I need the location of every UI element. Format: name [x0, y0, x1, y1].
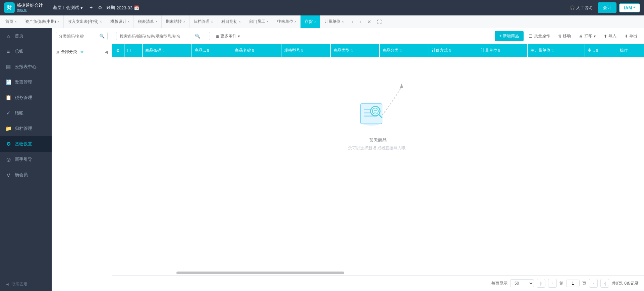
period-info: 账期 2023-03 📅 — [106, 5, 139, 11]
th-category[interactable]: 商品分类⇅ — [380, 44, 429, 57]
collapse-icon[interactable]: ◀ — [105, 50, 108, 54]
tab-item-1[interactable]: 资产负债表(中期)× — [21, 15, 64, 28]
svg-rect-10 — [374, 110, 377, 111]
th-price-method[interactable]: 计价方式⇅ — [429, 44, 478, 57]
tab-close-6[interactable]: × — [211, 20, 213, 23]
all-categories-item[interactable]: ⊞ 全部分类 ✏ ◀ — [52, 47, 112, 57]
import-button[interactable]: ⬆ 导入 — [601, 32, 619, 41]
th-checkbox[interactable]: ☐ — [124, 44, 143, 57]
more-filter-button[interactable]: ▦ 更多条件 ▾ — [213, 32, 243, 40]
tab-close-10[interactable]: × — [314, 20, 316, 23]
tab-item-6[interactable]: 归档管理× — [190, 15, 217, 28]
sidebar-item-invoice[interactable]: 🧾发票管理 — [0, 75, 52, 90]
grid-icon: ⊞ — [56, 50, 59, 54]
sidebar-icon-invoice: 🧾 — [5, 79, 11, 85]
tab-close-0[interactable]: × — [15, 20, 17, 23]
print-chevron: ▾ — [594, 34, 596, 39]
sidebar-unpin-button[interactable]: ◄ 取消固定 — [0, 277, 52, 291]
tab-close-11[interactable]: × — [342, 20, 344, 23]
tab-item-4[interactable]: 税表清单× — [134, 15, 162, 28]
product-search-input[interactable] — [120, 34, 194, 39]
tab-item-7[interactable]: 科目期初× — [217, 15, 245, 28]
th-spec[interactable]: 规格型号⇅ — [281, 44, 330, 57]
move-button[interactable]: ⇅ 移动 — [555, 32, 574, 41]
tab-nav-left[interactable]: ‹ — [348, 15, 356, 28]
unpin-label: 取消固定 — [11, 281, 28, 287]
tab-close-all[interactable]: ✕ — [364, 15, 374, 28]
first-page-button[interactable]: |‹ — [537, 279, 545, 288]
table-wrapper[interactable]: ⚙ ☐ 商品条码⇅ 商品...⇅ 商品名称⇅ 规格型号⇅ 商品类型⇅ 商品分类⇅… — [112, 44, 644, 270]
th-unit[interactable]: 计量单位⇅ — [478, 44, 528, 57]
th-barcode[interactable]: 商品条码⇅ — [143, 44, 192, 57]
tab-item-5[interactable]: 期末结转× — [162, 15, 190, 28]
horizontal-scrollbar[interactable] — [176, 272, 344, 274]
th-action: 操作 — [617, 44, 644, 57]
export-button[interactable]: ⬇ 导出 — [622, 32, 640, 41]
category-search-icon[interactable]: 🔍 — [99, 34, 105, 39]
batch-operation-button[interactable]: ☰ 批量操作 — [526, 32, 553, 41]
sidebar-item-home[interactable]: ⌂首页 — [0, 28, 52, 44]
headset-icon: 🎧 — [570, 5, 575, 10]
tab-close-2[interactable]: × — [100, 20, 102, 23]
calendar-icon[interactable]: 📅 — [134, 5, 139, 10]
th-type[interactable]: 商品类型⇅ — [330, 44, 380, 57]
empty-illustration — [351, 77, 405, 131]
th-code[interactable]: 商品...⇅ — [192, 44, 232, 57]
th-main-abbr[interactable]: 主...⇅ — [585, 44, 617, 57]
tab-item-8[interactable]: 部门员工× — [245, 15, 273, 28]
tab-close-8[interactable]: × — [267, 20, 269, 23]
next-page-button[interactable]: › — [589, 279, 598, 288]
sidebar-item-close[interactable]: ✓结账 — [0, 105, 52, 121]
tab-item-10[interactable]: 存货× — [301, 15, 320, 28]
page-label: 第 — [559, 281, 564, 286]
category-search-input[interactable] — [59, 34, 98, 39]
sidebar-item-archive[interactable]: 📁归档管理 — [0, 121, 52, 136]
tab-close-3[interactable]: × — [128, 20, 130, 23]
sidebar-label-tax: 税务管理 — [15, 95, 32, 101]
last-page-button[interactable]: ›| — [600, 279, 609, 288]
tab-expand[interactable]: ⛶ — [374, 15, 384, 28]
settings-button[interactable]: ⚙ — [97, 4, 104, 12]
tab-item-3[interactable]: 模版设计× — [106, 15, 134, 28]
content-area: 🔍 🔍 ▦ 更多条件 ▾ + 新增商品 ☰ 批量操作 — [52, 28, 644, 291]
tab-item-9[interactable]: 往来单位× — [273, 15, 301, 28]
sidebar-icon-home: ⌂ — [5, 33, 11, 39]
tab-close-1[interactable]: × — [57, 20, 59, 23]
sidebar-item-member[interactable]: V畅会员 — [0, 167, 52, 183]
tab-close-4[interactable]: × — [155, 20, 157, 23]
prev-page-button[interactable]: ‹ — [548, 279, 557, 288]
account-button[interactable]: 会计 — [598, 2, 616, 13]
th-main-unit[interactable]: 主计量单位⇅ — [528, 44, 585, 57]
sidebar-item-guide[interactable]: ◎新手引导 — [0, 152, 52, 167]
product-search-container: 🔍 — [116, 32, 210, 40]
tab-item-2[interactable]: 收入支出表(年报)× — [64, 15, 106, 28]
tab-item-11[interactable]: 计量单位× — [320, 15, 348, 28]
th-name[interactable]: 商品名称⇅ — [232, 44, 281, 57]
consult-button[interactable]: 🎧 人工咨询 — [567, 4, 595, 12]
tab-nav-right[interactable]: › — [356, 15, 364, 28]
sidebar-item-settings[interactable]: ⚙基础设置 — [0, 136, 52, 152]
iam-button[interactable]: iAM * — [619, 3, 640, 12]
sidebar-label-invoice: 发票管理 — [15, 79, 32, 85]
table-header-row: ⚙ ☐ 商品条码⇅ 商品...⇅ 商品名称⇅ 规格型号⇅ 商品类型⇅ 商品分类⇅… — [112, 44, 644, 57]
add-tab-button[interactable]: + — [88, 3, 94, 12]
tab-item-0[interactable]: 首页× — [1, 15, 21, 28]
edit-icon[interactable]: ✏ — [80, 50, 84, 54]
print-button[interactable]: 🖨 打印 ▾ — [576, 32, 598, 41]
tab-close-7[interactable]: × — [239, 20, 241, 23]
tab-label-1: 资产负债表(中期) — [25, 19, 56, 25]
sidebar-item-reports[interactable]: ▤云报表中心 — [0, 59, 52, 75]
company-selector[interactable]: 基层工会测试 ▾ — [50, 3, 86, 12]
product-search-icon[interactable]: 🔍 — [195, 34, 200, 39]
per-page-select[interactable]: 50 100 200 — [510, 279, 534, 287]
sidebar-item-tax[interactable]: 📋税务管理 — [0, 90, 52, 105]
tab-close-5[interactable]: × — [183, 20, 185, 23]
new-product-button[interactable]: + 新增商品 — [495, 31, 524, 41]
page-input[interactable]: 1 — [566, 280, 580, 287]
sidebar-item-ledger[interactable]: ≡总账 — [0, 44, 52, 59]
logo-text-area: 畅捷通好会计 旗舰版 — [17, 3, 43, 13]
logo-subtitle: 旗舰版 — [17, 8, 43, 13]
tab-close-9[interactable]: × — [294, 20, 297, 23]
th-settings[interactable]: ⚙ — [112, 44, 124, 57]
filter-icon: ▦ — [215, 34, 219, 39]
